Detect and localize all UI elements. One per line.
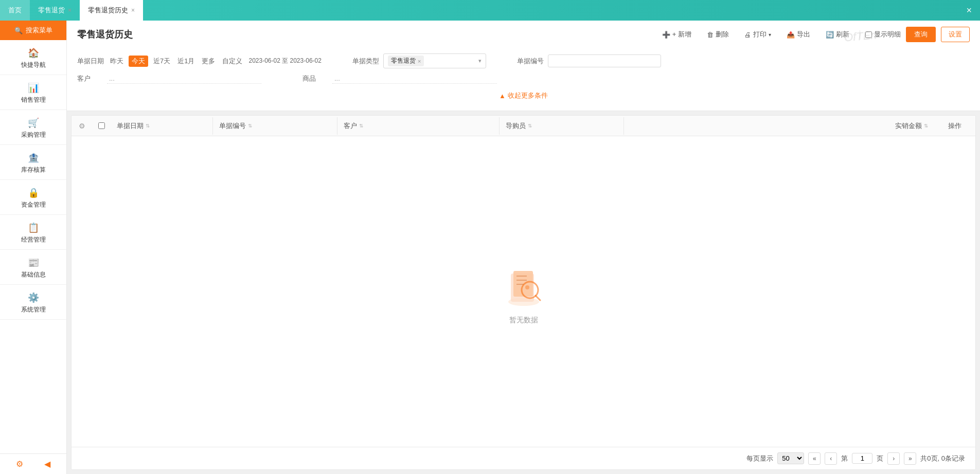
top-tab-return[interactable]: 零售退货× <box>30 0 80 21</box>
sidebar-settings-icon[interactable]: ⚙ <box>16 459 23 469</box>
no-input[interactable] <box>548 54 661 67</box>
th-amount-label: 实销金额 <box>895 121 922 131</box>
sidebar-collapse-icon[interactable]: ◀ <box>44 459 50 469</box>
content-area: 零售退货历史 ➕ + 新增 🗑 删除 🖨 打印 ▾ <box>67 21 980 474</box>
sidebar-icon-finance: 🔒 <box>28 187 39 198</box>
sidebar-label-sales: 销售管理 <box>21 96 46 104</box>
prev-page-btn[interactable]: ‹ <box>825 452 837 465</box>
sidebar-item-quick-nav[interactable]: 🏠快捷导航 <box>0 40 66 75</box>
type-select-arrow: ▾ <box>478 58 482 64</box>
sidebar-icon-purchase: 🛒 <box>28 117 39 129</box>
sidebar-label-system: 系统管理 <box>21 305 46 314</box>
pagination-bar: 每页显示 50 20 100 « ‹ 第 页 › » 共0页, 0条记录 <box>72 447 975 469</box>
th-customer-sort-icon[interactable]: ⇅ <box>359 123 363 129</box>
total-label: 共0页, 0条记录 <box>920 454 965 463</box>
sidebar-item-sales[interactable]: 📊销售管理 <box>0 75 66 110</box>
last-page-btn[interactable]: » <box>904 452 916 465</box>
sidebar-item-basic-info[interactable]: 📰基础信息 <box>0 250 66 285</box>
customer-input[interactable]: ... <box>107 74 261 84</box>
top-tab-home[interactable]: 首页 <box>0 0 30 21</box>
sidebar-icon-inventory: 🏦 <box>28 152 39 163</box>
sidebar-icon-quick-nav: 🏠 <box>28 47 39 59</box>
query-button[interactable]: 查询 <box>906 27 936 42</box>
th-checkbox[interactable] <box>92 122 111 129</box>
type-tag: 零售退货 × <box>388 56 424 66</box>
sidebar-search-btn[interactable]: 🔍 搜索菜单 <box>0 21 66 40</box>
sidebar: 🔍 搜索菜单 🏠快捷导航📊销售管理🛒采购管理🏦库存核算🔒资金管理📋经营管理📰基础… <box>0 21 67 474</box>
goods-filter: 商品 ... <box>302 74 497 84</box>
top-tab-label-return-history: 零售退货历史 <box>88 6 128 15</box>
window-close-btn[interactable]: × <box>958 5 980 16</box>
sidebar-label-basic-info: 基础信息 <box>21 270 46 279</box>
page-text: 第 <box>841 454 848 463</box>
th-no-label: 单据编号 <box>219 121 246 131</box>
page-size-label: 每页显示 <box>746 454 773 463</box>
add-button[interactable]: ➕ + 新增 <box>657 27 697 42</box>
collapse-btn[interactable]: ▲ 收起更多条件 <box>491 89 556 102</box>
filter-row-2: 客户 ... 商品 ... <box>77 74 970 84</box>
next-page-btn[interactable]: › <box>887 452 900 465</box>
refresh-button[interactable]: 🔄 刷新 <box>821 27 854 42</box>
page-size-select[interactable]: 50 20 100 <box>777 452 804 464</box>
empty-text: 暂无数据 <box>509 316 538 325</box>
date-opt-今天[interactable]: 今天 <box>129 56 148 67</box>
sidebar-item-finance[interactable]: 🔒资金管理 <box>0 180 66 215</box>
page-title-row: 零售退货历史 ➕ + 新增 🗑 删除 🖨 打印 ▾ <box>77 27 970 42</box>
settings-button[interactable]: 设置 <box>941 27 970 42</box>
page-label: 页 <box>877 454 883 463</box>
select-all-checkbox[interactable] <box>98 122 105 129</box>
th-guide: 导购员 ⇅ <box>500 117 624 135</box>
th-customer: 客户 ⇅ <box>337 117 500 135</box>
sidebar-label-inventory: 库存核算 <box>21 166 46 174</box>
sidebar-icon-system: ⚙️ <box>28 292 39 303</box>
sidebar-item-purchase[interactable]: 🛒采购管理 <box>0 110 66 145</box>
date-opt-更多[interactable]: 更多 <box>200 56 217 67</box>
type-select[interactable]: 零售退货 × ▾ <box>383 53 486 68</box>
th-no: 单据编号 ⇅ <box>213 117 337 135</box>
sidebar-item-operations[interactable]: 📋经营管理 <box>0 215 66 250</box>
empty-state: 暂无数据 <box>72 136 975 447</box>
date-opt-近1月[interactable]: 近1月 <box>175 56 197 67</box>
top-tab-close-return[interactable]: × <box>68 7 72 14</box>
show-detail-checkbox-label[interactable]: 显示明细 <box>865 30 901 39</box>
type-filter: 单据类型 零售退货 × ▾ <box>352 53 486 68</box>
date-options: 昨天今天近7天近1月更多自定义 <box>108 56 244 67</box>
show-detail-checkbox[interactable] <box>865 31 872 38</box>
th-no-sort-icon[interactable]: ⇅ <box>248 123 252 129</box>
table-header: ⚙ 单据日期 ⇅ 单据编号 ⇅ 客户 ⇅ 导购员 ⇅ <box>72 116 975 136</box>
print-button[interactable]: 🖨 打印 ▾ <box>739 27 776 42</box>
main-container: 🔍 搜索菜单 🏠快捷导航📊销售管理🛒采购管理🏦库存核算🔒资金管理📋经营管理📰基础… <box>0 21 980 474</box>
top-tab-return-history[interactable]: 零售退货历史× <box>80 0 143 21</box>
type-tag-close[interactable]: × <box>418 58 421 64</box>
sidebar-item-inventory[interactable]: 🏦库存核算 <box>0 145 66 180</box>
top-tab-close-return-history[interactable]: × <box>131 7 135 14</box>
no-filter: 单据编号 <box>517 54 661 67</box>
date-opt-昨天[interactable]: 昨天 <box>108 56 126 67</box>
date-opt-近7天[interactable]: 近7天 <box>151 56 172 67</box>
export-button[interactable]: 📤 导出 <box>781 27 815 42</box>
svg-point-8 <box>525 285 529 289</box>
customer-filter: 客户 ... <box>77 74 261 84</box>
sidebar-item-system[interactable]: ⚙️系统管理 <box>0 285 66 320</box>
th-settings-icon[interactable]: ⚙ <box>72 122 92 130</box>
empty-illustration <box>498 258 549 309</box>
sidebar-footer: ⚙ ◀ <box>0 453 66 474</box>
goods-label: 商品 <box>302 74 328 83</box>
toolbar-divider <box>860 30 860 39</box>
top-bar: 首页零售退货×零售退货历史× × <box>0 0 980 21</box>
first-page-btn[interactable]: « <box>808 452 821 465</box>
page-number-input[interactable] <box>852 453 872 464</box>
th-amount-sort-icon[interactable]: ⇅ <box>924 123 928 129</box>
no-label: 单据编号 <box>517 57 544 66</box>
sidebar-icon-operations: 📋 <box>28 222 39 233</box>
delete-button[interactable]: 🗑 删除 <box>702 27 734 42</box>
sidebar-items: 🏠快捷导航📊销售管理🛒采购管理🏦库存核算🔒资金管理📋经营管理📰基础信息⚙️系统管… <box>0 40 66 320</box>
date-opt-自定义[interactable]: 自定义 <box>220 56 244 67</box>
print-icon: 🖨 <box>744 31 751 39</box>
sidebar-icon-basic-info: 📰 <box>28 257 39 268</box>
th-guide-sort-icon[interactable]: ⇅ <box>528 123 532 129</box>
customer-placeholder: ... <box>109 75 115 82</box>
goods-input[interactable]: ... <box>332 74 497 84</box>
sidebar-search-label: 搜索菜单 <box>26 26 52 35</box>
th-date-sort-icon[interactable]: ⇅ <box>146 123 150 129</box>
